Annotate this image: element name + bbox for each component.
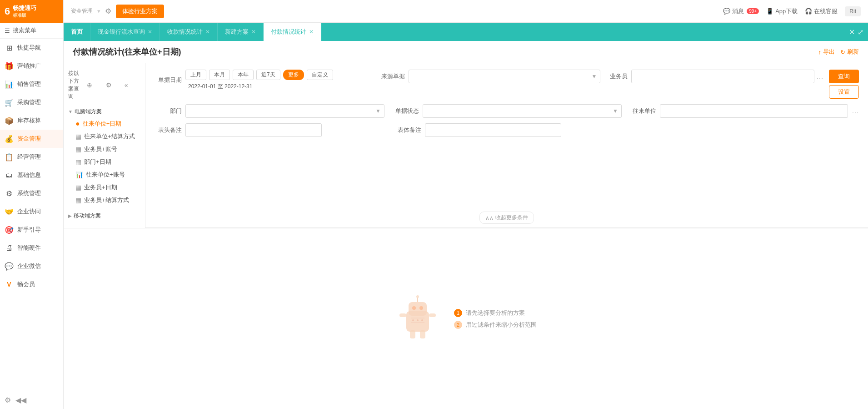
user-menu[interactable]: Rit bbox=[845, 6, 861, 16]
scheme-item-partner-settle[interactable]: ▦ 往来单位+结算方式 bbox=[64, 130, 145, 143]
expand-tab-icon[interactable]: ⤢ bbox=[858, 28, 863, 36]
sidebar-item-label: 资金管理 bbox=[17, 135, 41, 143]
collapse-button[interactable]: ∧∧ 收起更多条件 bbox=[479, 212, 534, 224]
messages-action[interactable]: 💬 消息 99+ bbox=[723, 7, 759, 15]
query-button[interactable]: 查询 bbox=[829, 70, 859, 83]
scheme-item-partner-date[interactable]: ● 往来单位+日期 bbox=[64, 117, 145, 130]
main-area: 资金管理 ▾ ⚙ 体验行业方案 💬 消息 99+ 📱 App下载 🎧 在线客服 … bbox=[64, 0, 868, 409]
refresh-button[interactable]: ↻ 刷新 bbox=[840, 48, 859, 56]
sidebar-item-guide[interactable]: 🎯 新手引导 bbox=[0, 221, 63, 239]
sidebar-item-wechat[interactable]: 💬 企业微信 bbox=[0, 257, 63, 275]
sidebar-item-hardware[interactable]: 🖨 智能硬件 bbox=[0, 239, 63, 257]
salesman-dots-icon[interactable]: … bbox=[816, 72, 823, 81]
date-btn-7days[interactable]: 近7天 bbox=[256, 70, 280, 80]
tab-home[interactable]: 首页 bbox=[64, 23, 90, 41]
date-btn-this-year[interactable]: 本年 bbox=[233, 70, 254, 80]
collapse-scheme-icon[interactable]: « bbox=[125, 81, 140, 89]
close-tab-icon[interactable]: ✕ bbox=[849, 28, 855, 36]
date-btn-last-month[interactable]: 上月 bbox=[185, 70, 206, 80]
sidebar-item-enterprise[interactable]: 🤝 企业协同 bbox=[0, 202, 63, 221]
sidebar-item-label: 库存核算 bbox=[17, 116, 41, 125]
source-select[interactable] bbox=[409, 70, 601, 83]
scheme-item-salesman-settle[interactable]: ▦ 业务员+结算方式 bbox=[64, 194, 145, 207]
partner-dots-icon[interactable]: … bbox=[852, 107, 859, 115]
header-note-label: 表头备注 bbox=[155, 126, 182, 134]
member-icon: V bbox=[5, 280, 14, 289]
sidebar-item-basic[interactable]: 🗂 基础信息 bbox=[0, 166, 63, 184]
sidebar-item-marketing[interactable]: 🎁 营销推广 bbox=[0, 57, 63, 75]
purchase-icon: 🛒 bbox=[5, 98, 14, 107]
desktop-scheme-section: ▼ 电脑端方案 ● 往来单位+日期 ▦ 往来单位+结算方式 ▦ 业务员+账号 bbox=[64, 104, 145, 208]
hardware-icon: 🖨 bbox=[5, 243, 14, 252]
tab-bank-flow[interactable]: 现金银行流水查询 ✕ bbox=[90, 23, 160, 41]
date-btn-custom[interactable]: 自定义 bbox=[307, 70, 333, 80]
hint-num-1: 1 bbox=[454, 309, 462, 317]
wechat-icon: 💬 bbox=[5, 262, 14, 271]
sidebar-item-sales[interactable]: 📊 销售管理 bbox=[0, 75, 63, 93]
topbar-gear-icon[interactable]: ⚙ bbox=[105, 7, 111, 15]
sidebar-item-purchase[interactable]: 🛒 采购管理 bbox=[0, 93, 63, 111]
add-scheme-icon[interactable]: ⊕ bbox=[87, 81, 103, 89]
search-menu[interactable]: ☰ 搜索菜单 bbox=[0, 23, 63, 39]
mobile-section-header[interactable]: ▶ 移动端方案 bbox=[64, 210, 145, 222]
date-btn-this-month[interactable]: 本月 bbox=[209, 70, 230, 80]
mobile-section-label: 移动端方案 bbox=[74, 212, 101, 220]
message-icon: 💬 bbox=[723, 8, 730, 15]
sidebar-item-capital[interactable]: 💰 资金管理 bbox=[0, 130, 63, 148]
collapse-sidebar-icon[interactable]: ◀◀ bbox=[15, 396, 26, 404]
scheme-item-dept-date[interactable]: ▦ 部门+日期 bbox=[64, 156, 145, 168]
tab-bank-flow-close-icon[interactable]: ✕ bbox=[148, 29, 152, 35]
settings-scheme-icon[interactable]: ⚙ bbox=[106, 81, 122, 89]
salesman-filter-label: 业务员 bbox=[600, 72, 628, 81]
tab-new-scheme-close-icon[interactable]: ✕ bbox=[251, 29, 256, 35]
sidebar-item-label: 企业协同 bbox=[17, 207, 41, 216]
page-title: 付款情况统计(往来单位+日期) bbox=[73, 46, 181, 57]
dept-select[interactable] bbox=[185, 104, 384, 118]
header-note-input[interactable] bbox=[185, 123, 322, 137]
scheme-item-label: 业务员+日期 bbox=[84, 183, 117, 192]
tab-collect-stat[interactable]: 收款情况统计 ✕ bbox=[160, 23, 218, 41]
sidebar-item-operation[interactable]: 📋 经营管理 bbox=[0, 148, 63, 166]
tab-collect-stat-close-icon[interactable]: ✕ bbox=[205, 29, 210, 35]
sales-icon: 📊 bbox=[5, 80, 14, 89]
app-download-action[interactable]: 📱 App下载 bbox=[766, 7, 798, 15]
scheme-item-salesman-account[interactable]: ▦ 业务员+账号 bbox=[64, 143, 145, 156]
filter-area: 按以下方案查询 ⊕ ⚙ « ▼ 电脑端方案 ● 往来单位+日期 bbox=[64, 63, 868, 228]
desktop-section-header[interactable]: ▼ 电脑端方案 bbox=[64, 106, 145, 117]
tab-new-scheme[interactable]: 新建方案 ✕ bbox=[218, 23, 264, 41]
online-service-action[interactable]: 🎧 在线客服 bbox=[805, 7, 838, 15]
date-options: 上月 本月 本年 近7天 更多 自定义 2022-01-01 至 2022-12… bbox=[185, 70, 378, 91]
tab-pay-stat[interactable]: 付款情况统计 ✕ bbox=[264, 23, 321, 41]
salesman-input[interactable] bbox=[631, 70, 814, 83]
sidebar-item-label: 智能硬件 bbox=[17, 244, 41, 252]
svg-rect-7 bbox=[429, 313, 436, 317]
tab-pay-stat-close-icon[interactable]: ✕ bbox=[309, 29, 314, 35]
hint-text-1: 请先选择要分析的方案 bbox=[466, 309, 525, 317]
scheme-item-label: 部门+日期 bbox=[84, 158, 111, 166]
empty-illustration bbox=[395, 293, 440, 344]
partner-input[interactable] bbox=[660, 104, 848, 118]
scheme-item-partner-account[interactable]: 📊 往来单位+账号 bbox=[64, 168, 145, 181]
doc-status-select[interactable] bbox=[423, 104, 622, 118]
sidebar-item-quick-nav[interactable]: ⊞ 快捷导航 bbox=[0, 39, 63, 57]
body-note-input[interactable] bbox=[425, 123, 561, 137]
trial-button[interactable]: 体验行业方案 bbox=[116, 5, 164, 18]
topbar: 资金管理 ▾ ⚙ 体验行业方案 💬 消息 99+ 📱 App下载 🎧 在线客服 … bbox=[64, 0, 868, 23]
user-name: Rit bbox=[845, 6, 861, 16]
settings-gear-icon[interactable]: ⚙ bbox=[5, 396, 11, 404]
sidebar-item-inventory[interactable]: 📦 库存核算 bbox=[0, 111, 63, 130]
filter-row-3: 表头备注 表体备注 bbox=[155, 123, 859, 137]
scheme-header-label: 按以下方案查询 bbox=[68, 70, 84, 101]
scheme-item-label: 往来单位+账号 bbox=[86, 171, 125, 179]
sidebar-item-member[interactable]: V 畅会员 bbox=[0, 275, 63, 293]
tab-pay-stat-label: 付款情况统计 bbox=[271, 28, 306, 36]
scheme-item-salesman-date[interactable]: ▦ 业务员+日期 bbox=[64, 181, 145, 194]
refresh-icon: ↻ bbox=[840, 49, 845, 56]
export-button[interactable]: ↑ 导出 bbox=[818, 48, 835, 56]
svg-point-14 bbox=[421, 319, 423, 321]
settings-button[interactable]: 设置 bbox=[829, 85, 859, 99]
date-btn-more[interactable]: 更多 bbox=[283, 70, 304, 80]
sidebar-item-system[interactable]: ⚙ 系统管理 bbox=[0, 184, 63, 202]
svg-rect-8 bbox=[410, 330, 415, 338]
sidebar-item-label: 企业微信 bbox=[17, 262, 41, 270]
